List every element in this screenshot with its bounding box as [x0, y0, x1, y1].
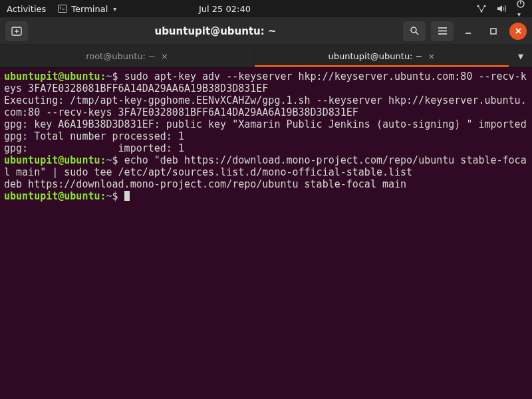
maximize-button[interactable] [484, 21, 503, 41]
cursor [124, 191, 130, 201]
window-title: ubuntupit@ubuntu: ~ [33, 25, 398, 37]
close-button[interactable] [509, 23, 527, 40]
window-titlebar: ubuntupit@ubuntu: ~ [0, 17, 532, 45]
svg-rect-0 [59, 5, 67, 13]
svg-point-9 [411, 27, 416, 33]
tab-root[interactable]: root@ubuntu: ~ × [0, 45, 255, 67]
gnome-top-bar: Activities Terminal Jul 25 02:40 [0, 0, 532, 17]
tab-close-icon[interactable]: × [161, 51, 168, 61]
power-menu-icon[interactable] [516, 0, 525, 19]
tab-label: root@ubuntu: ~ [86, 51, 156, 61]
clock[interactable]: Jul 25 02:40 [128, 4, 321, 14]
svg-line-10 [416, 32, 418, 35]
tab-dropdown-button[interactable]: ▾ [509, 45, 532, 67]
tab-ubuntupit[interactable]: ubuntupit@ubuntu: ~ × [255, 45, 509, 67]
app-menu-terminal[interactable]: Terminal [58, 4, 116, 14]
sound-icon[interactable] [496, 4, 507, 13]
tab-label: ubuntupit@ubuntu: ~ [329, 51, 423, 61]
app-menu-label: Terminal [71, 4, 108, 14]
svg-rect-15 [491, 29, 496, 34]
terminal-window: ubuntupit@ubuntu: ~ root@ubuntu: ~ × ubu… [0, 17, 532, 399]
terminal-app-icon [58, 5, 67, 13]
hamburger-menu-button[interactable] [431, 21, 454, 41]
terminal-viewport[interactable]: ubuntupit@ubuntu:~$ sudo apt-key adv --k… [0, 68, 532, 399]
tab-strip: root@ubuntu: ~ × ubuntupit@ubuntu: ~ × ▾ [0, 45, 532, 68]
new-tab-button[interactable] [5, 21, 28, 41]
network-icon[interactable] [476, 4, 487, 13]
activities-button[interactable]: Activities [7, 4, 46, 14]
tab-close-icon[interactable]: × [428, 51, 436, 61]
search-button[interactable] [403, 21, 426, 41]
chevron-down-icon: ▾ [518, 50, 523, 63]
minimize-button[interactable] [459, 21, 477, 41]
